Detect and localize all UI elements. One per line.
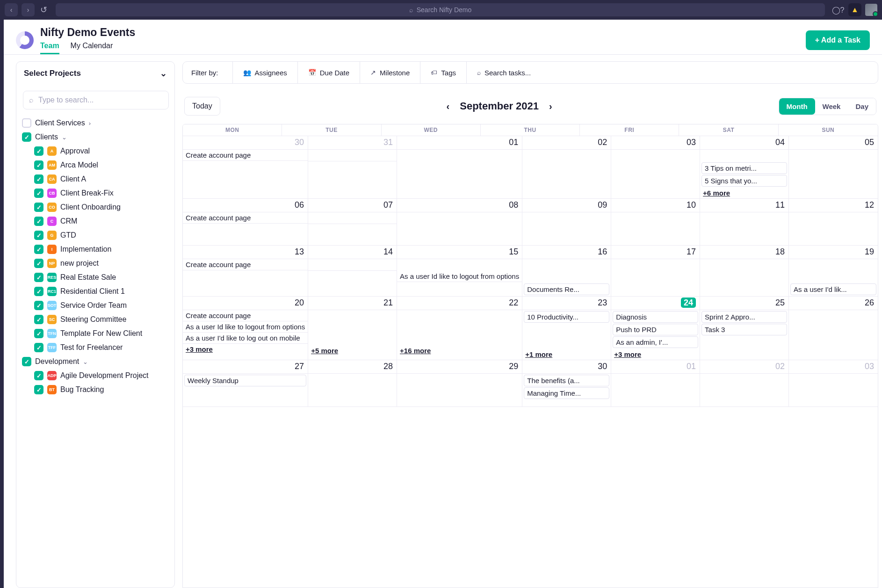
nav-forward-button[interactable]: › bbox=[22, 3, 35, 16]
project-clienta[interactable]: CA Client A bbox=[21, 172, 171, 186]
event[interactable]: The benefits (a... bbox=[524, 375, 609, 386]
event-span[interactable] bbox=[308, 212, 397, 224]
calendar-cell[interactable]: 03 bbox=[789, 360, 878, 407]
event[interactable]: Diagnosis bbox=[613, 311, 698, 323]
checkbox[interactable] bbox=[34, 189, 43, 198]
group-development[interactable]: Development ⌄ bbox=[21, 355, 171, 369]
project-onboard[interactable]: CO Client Onboarding bbox=[21, 200, 171, 214]
view-month-button[interactable]: Month bbox=[779, 98, 815, 115]
sidebar-collapse-chevron[interactable]: ⌄ bbox=[160, 68, 167, 79]
project-steering[interactable]: SC Steering Committee bbox=[21, 312, 171, 327]
event[interactable]: 5 Signs that yo... bbox=[701, 175, 787, 187]
history-icon[interactable]: ↺ bbox=[40, 5, 47, 15]
event[interactable]: Push to PRD bbox=[613, 324, 698, 335]
filter-search-tasks[interactable]: ⌕Search tasks... bbox=[466, 62, 869, 83]
project-sot[interactable]: SOT Service Order Team bbox=[21, 298, 171, 312]
project-bug[interactable]: BT Bug Tracking bbox=[21, 383, 171, 397]
checkbox[interactable] bbox=[34, 371, 43, 380]
calendar-cell[interactable]: 06 Create account page bbox=[183, 199, 308, 246]
event[interactable]: As a user Id like to logout from options bbox=[397, 271, 522, 282]
project-approval[interactable]: A Approval bbox=[21, 144, 171, 158]
project-res1[interactable]: RC1 Residential Client 1 bbox=[21, 284, 171, 298]
calendar-cell[interactable]: 17 bbox=[611, 246, 700, 297]
calendar-cell[interactable]: 21 +5 more bbox=[308, 297, 397, 360]
calendar-cell[interactable]: 22 +16 more bbox=[397, 297, 522, 360]
user-avatar[interactable] bbox=[865, 4, 877, 16]
checkbox[interactable] bbox=[34, 329, 43, 338]
calendar-cell[interactable]: 03 bbox=[611, 136, 700, 199]
checkbox[interactable] bbox=[34, 146, 43, 156]
calendar-cell[interactable]: 05 bbox=[789, 136, 878, 199]
more-link[interactable]: +16 more bbox=[397, 345, 522, 356]
checkbox[interactable] bbox=[34, 217, 43, 226]
event[interactable]: Documents Re... bbox=[524, 283, 609, 295]
checkbox[interactable] bbox=[34, 343, 43, 352]
checkbox[interactable] bbox=[22, 118, 31, 128]
calendar-cell[interactable]: 02 bbox=[522, 136, 611, 199]
project-newproj[interactable]: NP new project bbox=[21, 256, 171, 270]
project-agile[interactable]: ADP Agile Development Project bbox=[21, 369, 171, 383]
more-link[interactable]: +1 more bbox=[522, 349, 611, 360]
filter-tags[interactable]: 🏷Tags bbox=[420, 62, 466, 83]
checkbox[interactable] bbox=[34, 245, 43, 254]
global-search[interactable]: ⌕ Search Nifty Demo bbox=[56, 3, 825, 16]
tab-my-calendar[interactable]: My Calendar bbox=[71, 42, 113, 54]
event[interactable]: Sprint 2 Appro... bbox=[701, 311, 787, 323]
view-week-button[interactable]: Week bbox=[815, 98, 848, 115]
calendar-cell[interactable]: 01 bbox=[611, 360, 700, 407]
project-tfnc[interactable]: TFN Template For New Client bbox=[21, 327, 171, 341]
calendar-cell[interactable]: 27 Weekly Standup bbox=[183, 360, 308, 407]
event[interactable]: Weekly Standup bbox=[184, 375, 306, 386]
event[interactable]: Managing Time... bbox=[524, 387, 609, 399]
add-task-button[interactable]: + Add a Task bbox=[806, 30, 870, 50]
project-tff[interactable]: TFF Test for Freelancer bbox=[21, 341, 171, 355]
more-link[interactable]: +3 more bbox=[183, 344, 308, 355]
calendar-cell[interactable]: 28 bbox=[308, 360, 397, 407]
event[interactable]: Task 3 bbox=[701, 324, 787, 335]
project-search-input[interactable] bbox=[38, 96, 163, 104]
event[interactable]: Create account page bbox=[183, 150, 308, 161]
calendar-cell[interactable]: 04 3 Tips on metri...5 Signs that yo...+… bbox=[700, 136, 789, 199]
event[interactable]: As a user I'd like to log out on mobile bbox=[183, 333, 308, 344]
calendar-cell[interactable]: 29 bbox=[397, 360, 522, 407]
calendar-cell[interactable]: 02 bbox=[700, 360, 789, 407]
filter-assignees[interactable]: 👥Assignees bbox=[232, 62, 297, 83]
calendar-cell[interactable]: 01 bbox=[397, 136, 522, 199]
calendar-cell[interactable]: 15 As a user Id like to logout from opti… bbox=[397, 246, 522, 297]
calendar-cell[interactable]: 10 bbox=[611, 199, 700, 246]
project-arca[interactable]: AM Arca Model bbox=[21, 158, 171, 172]
checkbox[interactable] bbox=[34, 287, 43, 296]
calendar-cell[interactable]: 11 bbox=[700, 199, 789, 246]
filter-due-date[interactable]: 📅Due Date bbox=[297, 62, 360, 83]
checkbox[interactable] bbox=[34, 231, 43, 240]
calendar-cell[interactable]: 30 The benefits (a...Managing Time... bbox=[522, 360, 611, 407]
event[interactable]: As a user I'd lik... bbox=[790, 283, 876, 295]
checkbox[interactable] bbox=[34, 174, 43, 184]
checkbox[interactable] bbox=[22, 357, 31, 366]
tab-team[interactable]: Team bbox=[40, 42, 59, 54]
prev-month-button[interactable]: ‹ bbox=[447, 101, 450, 112]
project-crm[interactable]: C CRM bbox=[21, 214, 171, 228]
view-day-button[interactable]: Day bbox=[848, 98, 876, 115]
event[interactable]: Create account page bbox=[183, 310, 308, 321]
checkbox[interactable] bbox=[34, 301, 43, 310]
calendar-cell[interactable]: 23 10 Productivity...+1 more bbox=[522, 297, 611, 360]
event[interactable]: 3 Tips on metri... bbox=[701, 162, 787, 174]
next-month-button[interactable]: › bbox=[549, 101, 552, 112]
checkbox[interactable] bbox=[22, 132, 31, 142]
event-span[interactable] bbox=[308, 259, 397, 271]
project-realestate[interactable]: RES Real Estate Sale bbox=[21, 270, 171, 284]
calendar-cell[interactable]: 14 bbox=[308, 246, 397, 297]
today-button[interactable]: Today bbox=[184, 97, 220, 116]
calendar-cell[interactable]: 08 bbox=[397, 199, 522, 246]
activity-icon[interactable]: ▲ bbox=[848, 3, 861, 16]
event-span[interactable] bbox=[308, 150, 397, 161]
calendar-cell[interactable]: 13 Create account page bbox=[183, 246, 308, 297]
help-icon[interactable]: ◯? bbox=[831, 3, 845, 16]
event[interactable]: Create account page bbox=[183, 259, 308, 270]
checkbox[interactable] bbox=[34, 203, 43, 212]
calendar-cell[interactable]: 07 bbox=[308, 199, 397, 246]
checkbox[interactable] bbox=[34, 385, 43, 394]
calendar-cell[interactable]: 12 bbox=[789, 199, 878, 246]
nav-back-button[interactable]: ‹ bbox=[5, 3, 18, 16]
